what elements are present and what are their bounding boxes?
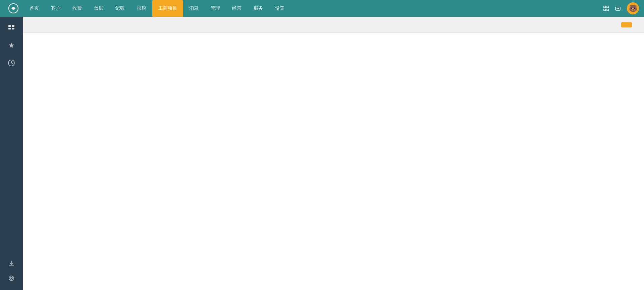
nav-item-首页[interactable]: 首页 — [23, 0, 45, 17]
svg-rect-4 — [615, 7, 620, 10]
nav-item-工商项目[interactable]: 工商项目 — [152, 0, 183, 17]
sidebar-item-progress-monitor[interactable] — [0, 55, 23, 72]
user-avatar[interactable]: 🐻 — [627, 2, 639, 14]
nav-item-记账[interactable]: 记账 — [109, 0, 131, 17]
sidebar-item-project-management[interactable] — [0, 20, 23, 38]
left-sidebar — [0, 17, 23, 290]
sidebar-item-project-type[interactable] — [0, 38, 23, 55]
project-management-icon — [7, 24, 15, 32]
nav-item-收费[interactable]: 收费 — [66, 0, 88, 17]
vip-button[interactable] — [615, 6, 622, 11]
nav-item-票据[interactable]: 票据 — [88, 0, 109, 17]
nav-item-服务[interactable]: 服务 — [248, 0, 269, 17]
nav-item-消息[interactable]: 消息 — [183, 0, 205, 17]
nav-item-管理[interactable]: 管理 — [205, 0, 226, 17]
main-content[interactable] — [23, 33, 644, 290]
svg-rect-2 — [604, 9, 605, 11]
nav-item-经营[interactable]: 经营 — [226, 0, 248, 17]
project-type-icon — [7, 42, 15, 50]
sidebar-location-button[interactable] — [8, 272, 15, 285]
svg-rect-7 — [12, 25, 14, 27]
content-area — [23, 17, 644, 290]
nav-item-客户[interactable]: 客户 — [45, 0, 66, 17]
svg-point-12 — [9, 276, 14, 281]
main-layout — [0, 17, 644, 290]
svg-marker-10 — [9, 43, 14, 48]
tab-bar-actions — [621, 22, 637, 27]
svg-rect-8 — [8, 28, 11, 29]
svg-marker-5 — [616, 8, 619, 9]
sidebar-bottom — [8, 257, 15, 290]
top-nav-right: 🐻 — [603, 2, 644, 14]
sidebar-download-button[interactable] — [8, 257, 15, 270]
svg-rect-9 — [12, 28, 14, 29]
nav-item-设置[interactable]: 设置 — [269, 0, 290, 17]
svg-rect-0 — [604, 6, 605, 8]
progress-monitor-icon — [7, 59, 15, 67]
svg-rect-6 — [8, 25, 11, 27]
svg-rect-3 — [607, 9, 608, 11]
app-logo — [3, 2, 23, 14]
top-navigation: 首页客户收费票据记账报税工商项目消息管理经营服务设置 🐻 — [0, 0, 644, 17]
svg-rect-1 — [607, 6, 608, 8]
nav-item-报税[interactable]: 报税 — [131, 0, 152, 17]
nav-menu: 首页客户收费票据记账报税工商项目消息管理经营服务设置 — [23, 0, 603, 17]
fullscreen-button[interactable] — [603, 6, 610, 11]
new-type-button[interactable] — [621, 22, 632, 27]
tab-bar — [23, 17, 644, 33]
svg-point-13 — [10, 277, 12, 279]
